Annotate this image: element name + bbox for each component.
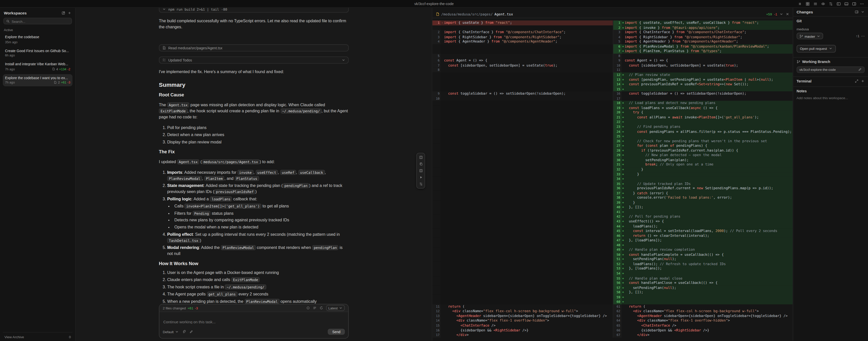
diff-marker — [441, 172, 444, 177]
workspace-item[interactable]: Install and integrate Vibe Kanban Web...… — [3, 60, 73, 72]
diff-line — [432, 224, 612, 229]
bold-text: Polling effect — [167, 231, 193, 237]
branch-selector[interactable]: master — [797, 33, 823, 39]
files-changed-label[interactable]: 2 files changed — [163, 306, 186, 310]
new-workspace-icon[interactable] — [61, 11, 65, 15]
diff-marker — [441, 252, 444, 257]
line-number — [432, 181, 441, 186]
compare-icon[interactable] — [829, 1, 833, 6]
tool-call-row[interactable]: Updated Todos — [159, 56, 349, 63]
line-number — [432, 110, 441, 115]
edit-icon[interactable] — [189, 330, 193, 334]
additions-count: +61 — [188, 306, 193, 310]
line-number: 19 — [613, 105, 622, 110]
diff-row: 16 {sidebarOpen && <RightSidebar />}66 {… — [432, 328, 793, 333]
edit-branch-icon[interactable] — [858, 67, 862, 71]
diff-row: 811 — [432, 68, 793, 72]
list-item: The hook script creates a file in ~/.med… — [167, 284, 349, 290]
play-icon[interactable] — [419, 175, 423, 179]
tool-call-row[interactable]: Read medusa/src/pages/Agent.tsx — [159, 44, 349, 51]
queue-icon[interactable] — [313, 306, 317, 310]
code-text — [625, 271, 793, 276]
git-compare-icon[interactable] — [419, 182, 423, 186]
code-text: }, [loadPlans]); — [625, 267, 793, 271]
eye-icon[interactable] — [821, 1, 826, 6]
collapse-panel-icon[interactable] — [855, 10, 859, 14]
git-branch-icon — [799, 34, 803, 38]
view-archive-link[interactable]: View Archive — [5, 335, 24, 339]
search-box[interactable] — [3, 18, 72, 24]
search-input[interactable] — [12, 19, 69, 23]
code-text — [444, 271, 612, 276]
diff-marker — [441, 115, 444, 120]
workspace-item[interactable]: Explore the codebase35m ago — [3, 33, 73, 45]
working-branch-input[interactable] — [799, 68, 857, 71]
diff-row: 28+ if (!previousPlanIdsRef.current.has(… — [432, 148, 793, 153]
grid-icon[interactable] — [805, 1, 810, 6]
add-icon[interactable] — [861, 79, 865, 83]
diff-line — [432, 257, 612, 262]
tool-call-row[interactable]: npm run build 2>&1 | tail -80 — [159, 8, 349, 13]
chevron-down-icon[interactable] — [779, 12, 783, 16]
diff-line — [432, 214, 612, 219]
workspace-item[interactable]: Create Good First Issues on Github So...… — [3, 47, 73, 59]
line-number: 55 — [613, 276, 622, 281]
line-number — [432, 105, 441, 110]
add-icon[interactable] — [68, 11, 71, 15]
code-text — [444, 267, 612, 271]
diff-line — [432, 191, 612, 195]
line-number: 24 — [613, 129, 622, 134]
diff-line — [432, 138, 612, 144]
file-text-icon — [162, 46, 166, 50]
diff-line: 42+ // Poll for pending plans — [612, 214, 793, 219]
panel-right-icon[interactable] — [852, 1, 857, 6]
branch-menu-button[interactable]: ⋯ — [861, 34, 865, 38]
context-icon[interactable] — [306, 306, 310, 310]
open-pr-button[interactable]: Open pull request — [797, 44, 836, 52]
diff-row: 56+ const handlePlanClose = useCallback(… — [432, 281, 793, 285]
attach-icon[interactable] — [182, 330, 186, 334]
model-selector[interactable]: Default — [163, 330, 179, 334]
repo-name: medusa — [797, 27, 865, 31]
panel-bottom-icon[interactable] — [844, 1, 849, 6]
diff-marker — [621, 309, 625, 314]
expand-icon[interactable] — [855, 79, 859, 83]
version-dropdown[interactable]: Latest — [326, 305, 345, 311]
code-text: import { ChatInterface } from "@/compone… — [625, 30, 793, 35]
line-number — [432, 285, 441, 290]
diff-row: 51+ setPendingPlan(null); — [432, 257, 793, 262]
send-button[interactable]: Send — [328, 329, 345, 335]
refresh-icon[interactable] — [319, 306, 323, 310]
bold-text: State management — [167, 183, 204, 188]
layout-icon[interactable] — [419, 156, 423, 159]
code-text: <div className="flex flex-col h-screen b… — [444, 309, 612, 314]
chevron-down-icon — [829, 46, 832, 50]
rows-icon[interactable] — [813, 1, 818, 6]
copy-icon[interactable] — [419, 162, 423, 166]
code-text — [444, 68, 612, 72]
chevron-down-icon[interactable] — [342, 58, 345, 62]
message-input[interactable] — [163, 320, 344, 324]
line-number: 25 — [613, 134, 622, 139]
bold-text: Polling logic — [167, 196, 192, 202]
list-item: Calls invoke<PlanItem[]>('get_all_plans'… — [174, 203, 349, 209]
diff-line — [432, 101, 612, 106]
diff-icon[interactable] — [419, 169, 423, 173]
diff-row: 3import { RightSidebar } from "@/compone… — [432, 35, 793, 39]
diff-line: 1-import { useState } from "react"; — [432, 21, 612, 25]
notes-input[interactable]: Add notes about this workspace... — [797, 96, 865, 99]
close-icon[interactable] — [785, 12, 789, 16]
diff-marker — [441, 328, 444, 333]
panel-left-icon[interactable] — [836, 1, 841, 6]
workspace-item[interactable]: Explore the codebase I want you to ex...… — [3, 74, 73, 86]
diff-marker: + — [621, 243, 625, 248]
diff-row: 1-import { useState } from "react";1+imp… — [432, 21, 793, 25]
code-text — [444, 219, 612, 224]
chevron-down-icon[interactable] — [861, 10, 865, 14]
line-number: 22 — [613, 120, 622, 125]
more-icon[interactable] — [860, 1, 864, 6]
diff-marker — [441, 186, 444, 191]
pause-icon[interactable] — [798, 1, 802, 6]
diff-marker — [441, 181, 444, 186]
code-text — [444, 295, 612, 300]
